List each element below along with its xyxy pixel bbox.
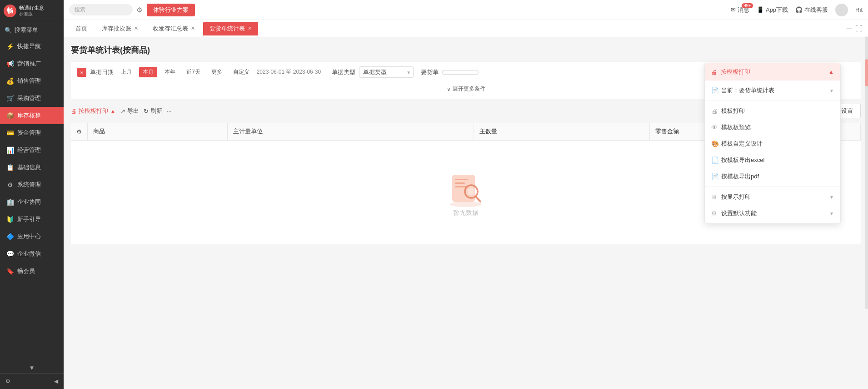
date-option-more[interactable]: 更多 <box>208 67 226 77</box>
sidebar-logo: 畅 畅通好生意 标准版 <box>0 0 64 22</box>
template-excel-label: 按模板导出excel <box>721 156 764 164</box>
tab-order-stats-close[interactable]: ✕ <box>248 25 252 31</box>
sidebar-item-basic[interactable]: 📋 基础信息 <box>0 159 64 176</box>
sidebar-item-member[interactable]: 🔖 畅会员 <box>0 263 64 280</box>
tab-collect-summary-close[interactable]: ✕ <box>191 25 195 31</box>
expand-chevron-icon: ∨ <box>447 86 451 92</box>
set-default-icon: ⚙ <box>711 210 717 217</box>
display-print-item[interactable]: 🖥 按显示打印 <box>705 189 840 205</box>
sidebar-scroll-down[interactable]: ▼ <box>0 363 64 373</box>
date-option-this-month[interactable]: 本月 <box>139 67 157 77</box>
date-option-last-month[interactable]: 上月 <box>117 67 135 77</box>
order-type-select[interactable]: 单据类型 要货单 <box>359 66 414 78</box>
more-actions-button[interactable]: ··· <box>167 108 172 115</box>
print-dropdown-title-wrap: 🖨 按模板打印 <box>711 68 750 76</box>
scrollbar-thumb[interactable] <box>865 59 868 86</box>
divider-2 <box>705 187 840 187</box>
yaohuodan-input[interactable] <box>442 70 479 75</box>
topbar-search-box[interactable]: 搜索 <box>69 4 133 15</box>
wechat-icon: 💬 <box>5 250 15 258</box>
print-dropdown-printer-icon: 🖨 <box>711 69 717 76</box>
sidebar-item-purchase[interactable]: 🛒 采购管理 <box>0 90 64 107</box>
template-pdf-item[interactable]: 📄 按模板导出pdf <box>705 168 840 185</box>
column-settings-icon[interactable]: ⚙ <box>71 123 88 141</box>
sidebar-item-label: 经营管理 <box>17 146 41 154</box>
window-maximize-icon[interactable]: ⛶ <box>855 25 863 33</box>
sidebar-item-guide[interactable]: 🔰 新手引导 <box>0 211 64 228</box>
template-print-label: 模板打印 <box>721 107 745 115</box>
sidebar-item-enterprise[interactable]: 🏢 企业协同 <box>0 193 64 211</box>
display-print-icon: 🖥 <box>711 193 718 201</box>
print-button[interactable]: 🖨 按模板打印 ▲ <box>71 107 116 115</box>
tab-inventory-batch[interactable]: 库存批次账 ✕ <box>95 22 145 35</box>
sidebar-item-finance[interactable]: 💳 资金管理 <box>0 124 64 141</box>
print-dropdown-header[interactable]: 🖨 按模板打印 ▲ <box>705 63 840 81</box>
sidebar-item-label: 企业微信 <box>17 250 41 258</box>
sidebar-item-system[interactable]: ⚙ 系统管理 <box>0 176 64 193</box>
finance-icon: 💳 <box>5 129 15 136</box>
column-quantity: 主数量 <box>474 123 649 141</box>
set-default-item[interactable]: ⚙ 设置默认功能 <box>705 205 840 222</box>
topbar-gear-icon[interactable]: ⚙ <box>136 6 142 14</box>
sidebar-item-label: 资金管理 <box>17 129 41 137</box>
template-print-icon: 🖨 <box>711 107 718 115</box>
sidebar-nav: ⚡ 快捷导航 📢 营销推广 💰 销售管理 🛒 采购管理 📦 库存核算 💳 资金管… <box>0 38 64 363</box>
refresh-icon: ↻ <box>144 108 149 115</box>
print-label: 按模板打印 <box>79 107 108 115</box>
tab-home-label: 首页 <box>75 25 87 33</box>
expand-more-label: 展开更多条件 <box>453 85 485 93</box>
order-type-select-wrap: 单据类型 要货单 <box>359 66 414 78</box>
sidebar-item-label: 快捷导航 <box>17 42 41 51</box>
trial-button[interactable]: 体验行业方案 <box>147 4 195 16</box>
order-type-label: 单据类型 <box>332 68 355 76</box>
sidebar-search[interactable]: 🔍 搜索菜单 <box>0 22 64 38</box>
template-print-item[interactable]: 🖨 模板打印 <box>705 103 840 119</box>
date-option-this-year[interactable]: 本年 <box>161 67 179 77</box>
sidebar-item-quick-nav[interactable]: ⚡ 快捷导航 <box>0 38 64 55</box>
sidebar-item-marketing[interactable]: 📢 营销推广 <box>0 55 64 72</box>
template-preview-item[interactable]: 👁 模板板预览 <box>705 119 840 136</box>
sidebar-item-inventory[interactable]: 📦 库存核算 <box>0 107 64 124</box>
operation-icon: 📊 <box>5 147 15 154</box>
divider-1 <box>705 101 840 101</box>
refresh-button[interactable]: ↻ 刷新 <box>144 107 162 115</box>
date-option-7days[interactable]: 近7天 <box>183 67 204 77</box>
filter-expand-button[interactable]: » <box>77 68 86 77</box>
customer-service-icon: 🎧 <box>795 6 803 13</box>
sidebar-item-apps[interactable]: 🔷 应用中心 <box>0 228 64 245</box>
settings-bottom-icon[interactable]: ⚙ <box>5 378 10 384</box>
inventory-icon: 📦 <box>5 112 15 119</box>
tab-inventory-batch-label: 库存批次账 <box>102 25 131 33</box>
user-avatar[interactable] <box>835 4 848 16</box>
topbar-left: 搜索 ⚙ 体验行业方案 <box>69 4 731 16</box>
date-option-custom[interactable]: 自定义 <box>229 67 253 77</box>
app-tag: 标准版 <box>19 11 44 17</box>
customer-service-button[interactable]: 🎧 在线客服 <box>795 6 828 14</box>
topbar-right: ✉ 消息 99+ 📱 App下载 🎧 在线客服 Rit <box>731 4 863 16</box>
window-minimize-icon[interactable]: ─ <box>847 25 852 33</box>
template-excel-item[interactable]: 📄 按模板导出excel <box>705 152 840 168</box>
svg-line-7 <box>476 197 480 202</box>
tab-inventory-batch-close[interactable]: ✕ <box>134 25 138 31</box>
messages-button[interactable]: ✉ 消息 99+ <box>731 6 749 14</box>
tab-collect-summary[interactable]: 收发存汇总表 ✕ <box>146 22 201 35</box>
sidebar-item-sales[interactable]: 💰 销售管理 <box>0 72 64 90</box>
tab-order-stats[interactable]: 要货单统计表 ✕ <box>203 22 258 35</box>
template-design-item[interactable]: 🎨 模板自定义设计 <box>705 136 840 152</box>
export-button[interactable]: ↗ 导出 <box>120 107 139 115</box>
toolbar-left: 🖨 按模板打印 ▲ ↗ 导出 ↻ 刷新 ··· <box>71 107 803 115</box>
collapse-icon[interactable]: ◀ <box>54 378 58 384</box>
sidebar-item-operation[interactable]: 📊 经营管理 <box>0 141 64 159</box>
current-template-item[interactable]: 📄 当前：要货单统计表 <box>705 82 840 99</box>
app-download-button[interactable]: 📱 App下载 <box>757 6 788 14</box>
sidebar-item-wechat[interactable]: 💬 企业微信 <box>0 245 64 263</box>
right-scrollbar[interactable] <box>865 36 868 309</box>
svg-rect-2 <box>455 179 468 180</box>
member-icon: 🔖 <box>5 268 15 275</box>
tab-home[interactable]: 首页 <box>69 22 94 35</box>
sidebar-item-label: 基础信息 <box>17 163 41 172</box>
sidebar-bottom: ⚙ ◀ <box>0 373 64 389</box>
expand-more-button[interactable]: ∨ 展开更多条件 <box>443 83 489 95</box>
template-preview-label: 模板板预览 <box>721 123 751 131</box>
search-label: 搜索菜单 <box>15 26 38 34</box>
